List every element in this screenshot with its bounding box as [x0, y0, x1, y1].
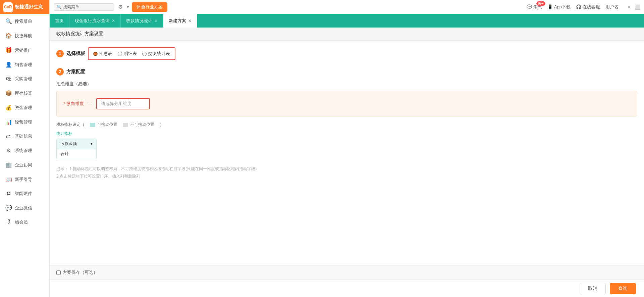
indicator-table: 收款金额 ▾ 合计	[56, 139, 97, 159]
radio-detail[interactable]	[118, 52, 122, 56]
save-checkbox-label[interactable]: 方案保存（可选）	[56, 269, 98, 276]
sidebar-item-sales[interactable]: 👤 销售管理	[0, 57, 49, 72]
template-section: 1 选择模板 汇总表 明细表	[56, 47, 637, 60]
dimension-area: * 纵向维度 — 请选择分组维度	[56, 91, 637, 116]
section1-num: 1	[56, 50, 64, 57]
legend-draggable-label: 可拖动位置	[97, 122, 117, 128]
tab-new-plan-label: 新建方案	[169, 18, 186, 24]
sidebar-item-purchase[interactable]: 🛍 采购管理	[0, 72, 49, 86]
header-search-bar[interactable]: 🔍	[54, 3, 114, 11]
sidebar-item-marketing[interactable]: 🎁 营销推广	[0, 43, 49, 57]
app-header: 🔍 ⚙ ▾ 体验行业方案 💬 消息 99+ 📱 App下载 🎧 在线客服 用户名…	[50, 0, 644, 14]
main-area: 🔍 ⚙ ▾ 体验行业方案 💬 消息 99+ 📱 App下载 🎧 在线客服 用户名…	[50, 0, 644, 297]
guide-icon: 📖	[5, 176, 12, 183]
save-label-text: 方案保存（可选）	[63, 269, 98, 276]
stat-label: 统计指标	[56, 131, 637, 137]
tab-bar: 首页 现金银行流水查询 ✕ 收款情况统计 ✕ 新建方案 ✕	[50, 14, 644, 28]
section1-header: 1 选择模板	[56, 50, 85, 57]
option-detail-label: 明细表	[124, 51, 137, 57]
sidebar-item-label: 资金管理	[15, 105, 32, 111]
section2-title: 方案配置	[66, 69, 85, 75]
service-label: 在线客服	[583, 4, 600, 10]
content-area: 收款情况统计方案设置 1 选择模板 汇总表	[50, 28, 644, 280]
section1-title: 选择模板	[66, 51, 85, 57]
dim-row: * 纵向维度 — 请选择分组维度	[63, 98, 630, 109]
cancel-button[interactable]: 取消	[580, 283, 606, 294]
dim-select-box[interactable]: 请选择分组维度	[96, 98, 150, 109]
user-name[interactable]: 用户名	[605, 4, 619, 10]
tab-collection-stats-close[interactable]: ✕	[154, 18, 158, 23]
draggable-legend-box	[90, 123, 95, 127]
operation-icon: 📊	[5, 119, 12, 125]
vertical-dim-label: * 纵向维度	[63, 101, 84, 107]
tab-bank-flow[interactable]: 现金银行流水查询 ✕	[69, 14, 121, 28]
tab-collection-stats-label: 收款情况统计	[126, 18, 152, 24]
tab-bank-flow-label: 现金银行流水查询	[75, 18, 110, 24]
tip-1: 提示： 1.拖动标题栏可以调整布局，不可跨维度或指标区域拖动栏目字段(只能在同一…	[56, 165, 637, 173]
service-icon: 🎧	[576, 4, 581, 9]
sidebar-item-inventory[interactable]: 📦 库存核算	[0, 86, 49, 100]
indicators-header: 模板指标设定（ 可拖动位置 不可拖动位置 ）	[56, 122, 637, 128]
option-cross[interactable]: 交叉统计表	[142, 51, 170, 57]
download-item[interactable]: 📱 App下载	[547, 4, 571, 10]
sidebar-item-label: 营销推广	[15, 47, 32, 53]
sidebar-item-label: 新手引导	[15, 177, 32, 183]
radio-summary[interactable]	[93, 52, 98, 56]
sidebar-item-quick-nav[interactable]: 🏠 快捷导航	[0, 29, 49, 43]
indicator-dropdown-icon[interactable]: ▾	[91, 142, 92, 146]
service-item[interactable]: 🎧 在线客服	[576, 4, 600, 10]
sidebar-item-enterprise[interactable]: 🏢 企业协同	[0, 158, 49, 172]
option-summary-label: 汇总表	[99, 51, 112, 57]
option-cross-label: 交叉统计表	[148, 51, 170, 57]
quick-nav-icon: 🏠	[5, 33, 12, 39]
tab-collection-stats[interactable]: 收款情况统计 ✕	[121, 14, 163, 28]
template-options: 汇总表 明细表 交叉统计表	[88, 47, 175, 60]
page-header: 收款情况统计方案设置	[50, 28, 644, 41]
sidebar-item-basic-info[interactable]: 🗃 基础信息	[0, 129, 49, 143]
page-body: 1 选择模板 汇总表 明细表	[50, 41, 644, 265]
sidebar-item-wechat[interactable]: 💬 企业微信	[0, 201, 49, 215]
sidebar-item-finance[interactable]: 💰 资金管理	[0, 100, 49, 115]
sidebar-item-system[interactable]: ⚙ 系统管理	[0, 143, 49, 158]
indicator-table-header[interactable]: 收款金额 ▾	[57, 139, 96, 149]
logo-brand: 畅捷通好生意	[15, 4, 43, 10]
tab-new-plan[interactable]: 新建方案 ✕	[163, 14, 197, 28]
dim-section-title: 汇总维度（必选）	[56, 81, 637, 87]
trial-button[interactable]: 体验行业方案	[132, 2, 167, 12]
sidebar-item-smart-hw[interactable]: 🖥 智能硬件	[0, 187, 49, 201]
gear-icon[interactable]: ⚙	[117, 2, 124, 11]
message-item[interactable]: 💬 消息 99+	[527, 4, 542, 10]
tab-bank-flow-close[interactable]: ✕	[112, 18, 115, 23]
save-checkbox[interactable]	[56, 270, 61, 275]
close-window-icon[interactable]: ✕	[627, 4, 632, 10]
search-input[interactable]	[63, 5, 110, 9]
tab-home-label: 首页	[55, 18, 64, 24]
sidebar-item-label: 销售管理	[15, 62, 32, 68]
legend-close-paren: ）	[160, 122, 164, 128]
sidebar-item-label: 企业协同	[15, 162, 32, 168]
indicator-header-label: 收款金额	[61, 141, 77, 147]
sales-icon: 👤	[5, 61, 12, 68]
tab-home[interactable]: 首页	[50, 14, 69, 28]
page-wrapper: 收款情况统计方案设置 1 选择模板 汇总表	[50, 28, 644, 280]
sidebar-item-search-menu[interactable]: 🔍 搜索菜单	[0, 14, 49, 29]
message-icon: 💬	[527, 4, 532, 9]
download-icon: 📱	[547, 4, 553, 9]
window-controls: ✕ ⬜	[627, 4, 640, 10]
tab-new-plan-close[interactable]: ✕	[188, 18, 192, 23]
radio-cross[interactable]	[142, 52, 147, 56]
indicators-section: 模板指标设定（ 可拖动位置 不可拖动位置 ） 统计指标	[56, 122, 637, 160]
option-detail[interactable]: 明细表	[118, 51, 137, 57]
query-button[interactable]: 查询	[610, 283, 636, 294]
sidebar-item-guide[interactable]: 📖 新手引导	[0, 172, 49, 187]
sidebar-item-member[interactable]: 🎖 畅会员	[0, 215, 49, 229]
sidebar-item-operation[interactable]: 📊 经营管理	[0, 115, 49, 129]
nondraggable-legend-box	[123, 123, 128, 127]
maximize-window-icon[interactable]: ⬜	[635, 4, 640, 10]
option-summary[interactable]: 汇总表	[93, 51, 112, 57]
purchase-icon: 🛍	[5, 76, 12, 82]
sidebar-nav: 🔍 搜索菜单 🏠 快捷导航 🎁 营销推广 👤 销售管理 🛍 采购管理 📦 库存核…	[0, 14, 49, 297]
sidebar-item-label: 采购管理	[15, 76, 32, 82]
sidebar-logo: CaR 畅捷通好生意 标准版	[0, 0, 49, 14]
sidebar-item-label: 经营管理	[15, 119, 32, 125]
